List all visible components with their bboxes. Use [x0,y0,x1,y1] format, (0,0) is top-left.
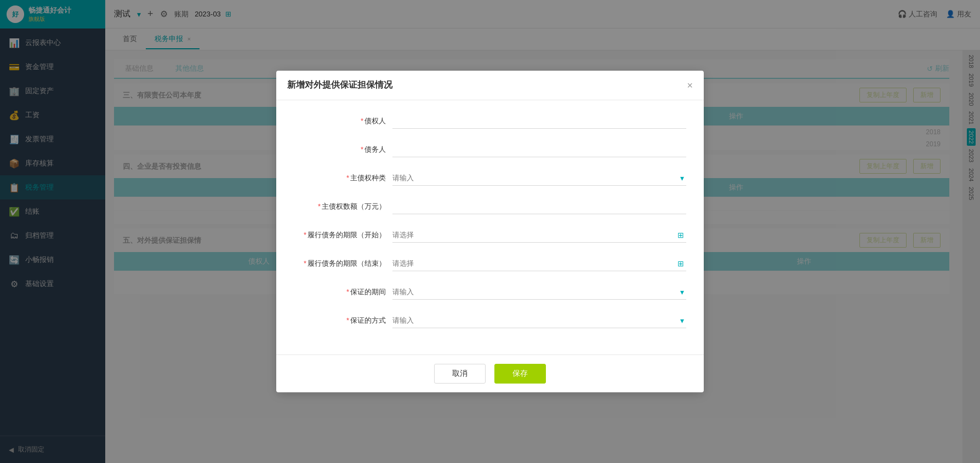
calendar-icon-period-start[interactable]: ⊞ [677,231,684,239]
form-row-period-start: *履行债务的期限（开始） ⊞ [294,227,686,243]
dialog-title: 新增对外提供保证担保情况 [287,79,392,91]
label-period-end: *履行债务的期限（结束） [294,259,392,268]
save-button[interactable]: 保存 [494,364,546,384]
select-wrap-guarantee-period: ▾ [392,284,686,300]
dialog-header: 新增对外提供保证担保情况 × [276,71,704,100]
cancel-button[interactable]: 取消 [434,364,486,384]
form-row-creditor: *债权人 [294,113,686,129]
select-input-guarantee-period[interactable] [392,284,686,299]
select-wrap-claim-type: ▾ [392,170,686,186]
input-debtor[interactable] [392,142,686,157]
label-guarantee-method: *保证的方式 [294,316,392,325]
dialog-close-button[interactable]: × [687,81,693,90]
date-input-period-start[interactable] [392,227,686,242]
label-debtor: *债务人 [294,145,392,155]
calendar-icon-period-end[interactable]: ⊞ [677,259,684,268]
date-input-period-end[interactable] [392,256,686,271]
form-row-debtor: *债务人 [294,142,686,157]
form-row-period-end: *履行债务的期限（结束） ⊞ [294,256,686,271]
select-arrow-guarantee-period[interactable]: ▾ [680,288,684,296]
select-arrow-guarantee-method[interactable]: ▾ [680,316,684,325]
dialog-footer: 取消 保存 [276,355,704,392]
form-row-guarantee-period: *保证的期间 ▾ [294,284,686,300]
input-claim-amount[interactable] [392,199,686,214]
select-input-guarantee-method[interactable] [392,313,686,328]
label-claim-type: *主债权种类 [294,173,392,183]
dialog-overlay: 新增对外提供保证担保情况 × *债权人 *债务人 *主债权种类 [0,0,980,463]
add-guarantee-dialog: 新增对外提供保证担保情况 × *债权人 *债务人 *主债权种类 [276,71,704,392]
label-claim-amount: *主债权数额（万元） [294,202,392,212]
dialog-body: *债权人 *债务人 *主债权种类 ▾ [276,100,704,355]
form-row-claim-amount: *主债权数额（万元） [294,199,686,214]
form-row-claim-type: *主债权种类 ▾ [294,170,686,186]
label-period-start: *履行债务的期限（开始） [294,230,392,240]
form-row-guarantee-method: *保证的方式 ▾ [294,313,686,328]
input-creditor[interactable] [392,113,686,129]
label-guarantee-period: *保证的期间 [294,287,392,297]
select-input-claim-type[interactable] [392,170,686,185]
label-creditor: *债权人 [294,116,392,126]
date-wrap-period-start: ⊞ [392,227,686,243]
select-arrow-claim-type[interactable]: ▾ [680,174,684,182]
date-wrap-period-end: ⊞ [392,256,686,271]
select-wrap-guarantee-method: ▾ [392,313,686,328]
